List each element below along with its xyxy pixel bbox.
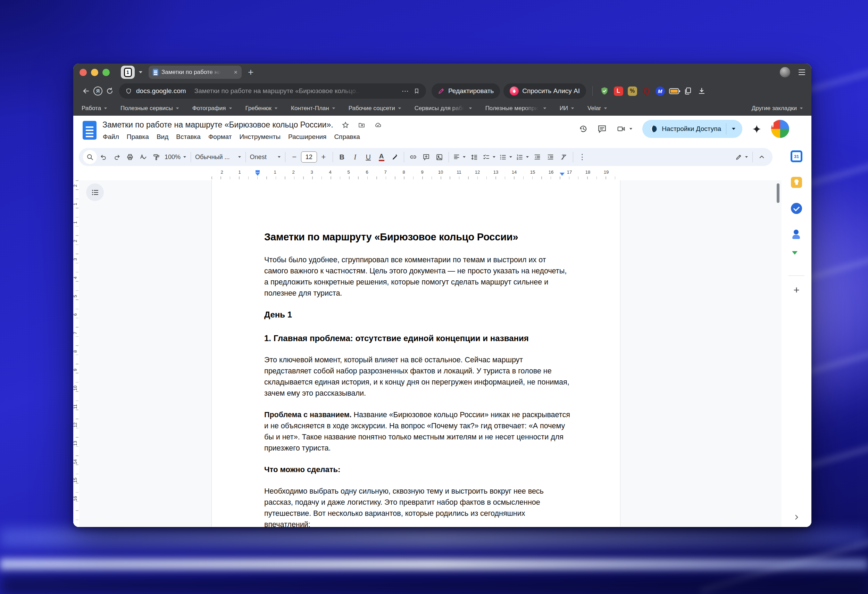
- document-content[interactable]: Заметки по маршруту «Бирюзовое кольцо Ро…: [212, 180, 620, 527]
- edit-mode-button[interactable]: Редактировать: [431, 83, 500, 99]
- cloud-status-icon[interactable]: [374, 121, 382, 129]
- url-more-icon[interactable]: ⋯: [402, 87, 409, 95]
- refresh-button[interactable]: [104, 85, 116, 97]
- browser-menu-icon[interactable]: [799, 69, 805, 75]
- more-options-button[interactable]: ⋮: [576, 150, 589, 164]
- menu-tools[interactable]: Инструменты: [236, 132, 283, 142]
- redo-button[interactable]: [110, 150, 123, 164]
- bookmark-item-grebenyuk[interactable]: Гребенюк: [245, 105, 278, 112]
- version-history-icon[interactable]: [579, 124, 588, 133]
- spellcheck-button[interactable]: [136, 150, 150, 164]
- share-dropdown[interactable]: [726, 128, 741, 130]
- bookmark-icon[interactable]: [413, 87, 420, 95]
- menu-extensions[interactable]: Расширения: [285, 132, 330, 142]
- print-button[interactable]: [123, 150, 136, 164]
- decrease-font-size-button[interactable]: −: [288, 150, 301, 164]
- bookmark-item-poleznye-servisy[interactable]: Полезные сервисы: [121, 105, 179, 112]
- tasks-icon[interactable]: [790, 202, 803, 215]
- insert-link-button[interactable]: [407, 150, 420, 164]
- numbered-list-button[interactable]: [514, 150, 531, 164]
- q-extension-icon[interactable]: Q: [639, 84, 653, 98]
- clear-formatting-button[interactable]: [557, 150, 570, 164]
- move-folder-icon[interactable]: [357, 121, 366, 129]
- undo-button[interactable]: [97, 150, 110, 164]
- underline-button[interactable]: U: [362, 150, 375, 164]
- protect-extension-icon[interactable]: [598, 84, 611, 98]
- zoom-select[interactable]: 100%: [163, 150, 188, 164]
- google-docs-logo[interactable]: [83, 121, 96, 140]
- account-avatar[interactable]: [771, 120, 789, 138]
- menu-file[interactable]: Файл: [100, 132, 122, 142]
- menu-format[interactable]: Формат: [205, 132, 235, 142]
- bookmark-item-poleznye-meropriyatiya[interactable]: Полезные мероприя: [486, 105, 546, 112]
- close-window-button[interactable]: [80, 69, 87, 76]
- checklist-button[interactable]: [481, 150, 497, 164]
- keep-icon[interactable]: [790, 176, 803, 189]
- add-comment-button[interactable]: [420, 150, 433, 164]
- add-addon-button[interactable]: +: [793, 284, 800, 296]
- maps-icon[interactable]: [790, 254, 803, 267]
- increase-indent-button[interactable]: [544, 150, 557, 164]
- document-page[interactable]: Заметки по маршруту «Бирюзовое кольцо Ро…: [211, 180, 620, 527]
- minimize-window-button[interactable]: [91, 69, 98, 76]
- m-extension-icon[interactable]: M: [653, 84, 667, 98]
- bookmark-item-velar[interactable]: Velar: [588, 105, 607, 112]
- bookmark-item-rabota[interactable]: Работа: [81, 105, 107, 112]
- close-tab-icon[interactable]: ×: [234, 69, 238, 75]
- star-icon[interactable]: [342, 121, 349, 129]
- collapse-toolbar-button[interactable]: [755, 150, 768, 164]
- chevron-down-icon[interactable]: [629, 128, 632, 130]
- decrease-indent-button[interactable]: [531, 150, 544, 164]
- side-panel-collapse-chevron[interactable]: [793, 514, 800, 521]
- bookmark-item-ii[interactable]: ИИ: [560, 105, 574, 112]
- gemini-star-icon[interactable]: [752, 124, 762, 134]
- search-menus-button[interactable]: [83, 150, 97, 164]
- bookmark-item-fotografiya[interactable]: Фотография: [192, 105, 232, 112]
- bookmark-item-servisy-dlya-raboty[interactable]: Сервисы для работы: [415, 105, 472, 112]
- line-spacing-button[interactable]: [468, 150, 481, 164]
- bookmark-item-kontent-plan[interactable]: Контент-План: [291, 105, 335, 112]
- menu-edit[interactable]: Правка: [124, 132, 152, 142]
- letyshops-extension-icon[interactable]: L: [611, 84, 625, 98]
- horizontal-ruler[interactable]: 2112345678910111213141516171819: [73, 167, 782, 180]
- highlight-color-button[interactable]: [388, 150, 402, 164]
- bold-button[interactable]: B: [335, 150, 348, 164]
- calendar-icon[interactable]: 31: [790, 150, 803, 163]
- video-call-button[interactable]: [616, 125, 633, 133]
- increase-font-size-button[interactable]: +: [317, 150, 330, 164]
- shield-icon[interactable]: [125, 87, 132, 95]
- fullscreen-window-button[interactable]: [102, 69, 110, 76]
- other-bookmarks-button[interactable]: Другие закладки: [752, 105, 803, 112]
- download-icon[interactable]: [695, 84, 709, 98]
- percent-extension-icon[interactable]: %: [625, 84, 639, 98]
- chevron-down-icon[interactable]: [139, 71, 142, 73]
- menu-insert[interactable]: Вставка: [173, 132, 204, 142]
- bookmark-item-rabochie-socseti[interactable]: Рабочие соцсети: [348, 105, 402, 112]
- menu-help[interactable]: Справка: [331, 132, 363, 142]
- active-tab[interactable]: Заметки по работе на ×: [149, 66, 242, 79]
- vertical-ruler[interactable]: 2112345678910111213141516: [73, 180, 79, 527]
- font-size-input[interactable]: 12: [301, 151, 317, 163]
- tab-counter-button[interactable]: 1: [121, 66, 135, 79]
- font-select[interactable]: Onest: [248, 150, 283, 164]
- paragraph-style-select[interactable]: Обычный ...: [193, 150, 243, 164]
- contacts-icon[interactable]: [790, 228, 803, 241]
- bulleted-list-button[interactable]: [497, 150, 514, 164]
- left-indent-marker[interactable]: [255, 170, 260, 176]
- pages-copy-icon[interactable]: [681, 84, 695, 98]
- text-color-button[interactable]: A: [375, 150, 388, 164]
- menu-view[interactable]: Вид: [154, 132, 171, 142]
- italic-button[interactable]: I: [348, 150, 362, 164]
- document-viewport[interactable]: Заметки по маршруту «Бирюзовое кольцо Ро…: [73, 180, 782, 527]
- share-button[interactable]: Настройки Доступа: [642, 120, 742, 138]
- align-button[interactable]: [451, 150, 468, 164]
- comments-icon[interactable]: [598, 124, 607, 133]
- right-indent-marker[interactable]: [560, 173, 565, 176]
- yandex-profile-icon[interactable]: Я: [92, 85, 104, 97]
- vertical-scrollbar-thumb[interactable]: [777, 183, 779, 203]
- back-button[interactable]: [80, 85, 92, 97]
- new-tab-button[interactable]: +: [248, 67, 254, 78]
- document-outline-button[interactable]: [86, 183, 104, 201]
- document-title[interactable]: Заметки по работе на маршруте «Бирюзовое…: [102, 120, 333, 130]
- battery-extension-icon[interactable]: [667, 84, 681, 98]
